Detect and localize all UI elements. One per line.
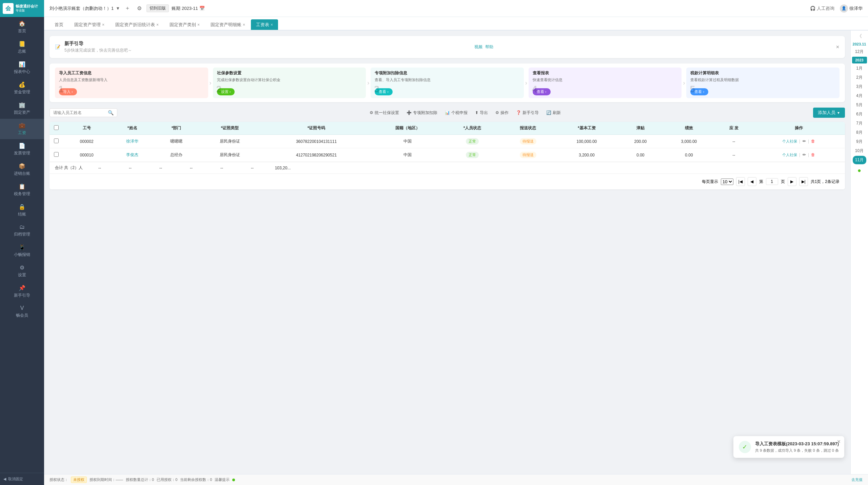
page-input[interactable] (766, 178, 778, 185)
sidebar-item-总账[interactable]: 📒 总账 (0, 37, 44, 58)
tab-首页[interactable]: 首页 (50, 19, 68, 30)
col-emp_id: 工号 (63, 122, 110, 135)
salary-table: 工号*姓名*部门*证照类型*证照号码国籍（地区）*人员状态报送状态*基本工资津贴… (50, 122, 845, 162)
toast-close-button[interactable]: ✕ (837, 439, 841, 444)
op-label[interactable]: 个人社保 (782, 139, 797, 143)
settings-button[interactable]: ⚙ (135, 4, 144, 12)
month-item-7月[interactable]: 7月 (853, 119, 866, 128)
id-type: 居民身份证 (198, 135, 261, 148)
month-item-2月[interactable]: 2月 (853, 73, 866, 82)
month-item-3月[interactable]: 3月 (853, 82, 866, 91)
emp-name[interactable]: 徐泽华 (110, 135, 154, 148)
toolbar-action-导出[interactable]: ⬆ 导出 (472, 108, 491, 117)
sidebar-item-工资[interactable]: 💼 工资 (0, 119, 44, 139)
nav-icon: 💼 (19, 122, 25, 129)
row-checkbox[interactable] (50, 135, 63, 148)
emp-id: 000002 (63, 135, 110, 148)
toolbar-action-专项附加扣除[interactable]: ➕ 专项附加扣除 (404, 108, 440, 117)
account-selector[interactable]: 刘小艳演示账套（勿删勿动！）1 ▼ (50, 5, 120, 12)
month-item-2023[interactable]: 2023 (852, 57, 867, 63)
toolbar-action-统一社保设置[interactable]: ⚙ 统一社保设置 (367, 108, 402, 117)
month-item-6月[interactable]: 6月 (853, 110, 866, 118)
panel-icon: ● (857, 167, 861, 174)
toolbar-action-刷新[interactable]: 🔄 刷新 (544, 108, 564, 117)
page-size-select[interactable]: 10 20 50 (721, 179, 733, 185)
tab-固定资产明细账[interactable]: 固定资产明细账× (205, 19, 250, 30)
sidebar-item-固定资产[interactable]: 🏢 固定资产 (0, 98, 44, 119)
sidebar-item-畅会员[interactable]: V 畅会员 (0, 302, 44, 322)
row-checkbox[interactable] (50, 148, 63, 162)
sidebar-item-归档管理[interactable]: 🗂 归档管理 (0, 221, 44, 241)
user-button[interactable]: 👤 徐泽华 (840, 4, 863, 13)
sidebar-bottom[interactable]: ◀ 取消固定 (0, 473, 44, 485)
tab-工资表[interactable]: 工资表× (251, 19, 278, 30)
help-link[interactable]: 帮助 (485, 44, 493, 50)
tab-close-button[interactable]: × (243, 22, 245, 27)
month-item-1月[interactable]: 1月 (853, 64, 866, 73)
first-page-button[interactable]: |◀ (736, 177, 745, 186)
month-item-10月[interactable]: 10月 (853, 147, 866, 155)
edit-icon[interactable]: ✏ (803, 152, 806, 157)
add-person-button[interactable]: 添加人员 ▼ (813, 108, 845, 118)
add-account-button[interactable]: ＋ (123, 4, 132, 13)
allowance: 0.00 (618, 148, 663, 162)
charge-link[interactable]: 去充值 (851, 477, 863, 482)
month-item-9月[interactable]: 9月 (853, 137, 866, 146)
toolbar-action-新手引导[interactable]: ❓ 新手引导 (513, 108, 541, 117)
select-all-checkbox[interactable] (54, 125, 59, 130)
month-item-4月[interactable]: 4月 (853, 92, 866, 100)
op-label[interactable]: 个人社保 (782, 153, 797, 157)
next-page-button[interactable]: ▶ (788, 177, 796, 186)
search-input[interactable] (53, 110, 106, 115)
delete-icon[interactable]: 🗑 (811, 152, 815, 157)
toolbar-action-操作[interactable]: ⚙ 操作 (493, 108, 511, 117)
month-item-5月[interactable]: 5月 (853, 101, 866, 109)
sidebar-item-资金管理[interactable]: 💰 资金管理 (0, 78, 44, 98)
sidebar-item-报表中心[interactable]: 📊 报表中心 (0, 58, 44, 78)
video-link[interactable]: 视频 (474, 44, 482, 50)
wizard-subtitle: 5步快速完成设置，快去完善信息吧～ (64, 48, 132, 53)
col-nationality: 国籍（地区） (372, 122, 444, 135)
step-desc: 完成社保参数设置自动计算社保公积金 (217, 77, 280, 86)
tab-固定资产类别[interactable]: 固定资产类别× (164, 19, 205, 30)
period-selector[interactable]: 账期 2023-11 📅 (172, 5, 205, 12)
month-item-8月[interactable]: 8月 (853, 128, 866, 137)
tab-close-button[interactable]: × (102, 22, 104, 27)
tab-close-button[interactable]: × (271, 22, 273, 27)
service-button[interactable]: 🎧 人工咨询 (810, 5, 834, 12)
tab-close-button[interactable]: × (156, 22, 159, 27)
sidebar-item-新手引导[interactable]: 📌 新手引导 (0, 281, 44, 302)
nav-icon: 📊 (19, 61, 25, 68)
action-label: 操作 (500, 110, 509, 116)
panel-expand-button[interactable]: 《 (856, 32, 863, 41)
step-title: 查看报表 (533, 70, 549, 76)
auth-remain: 当前剩余授权数：0 (180, 477, 212, 482)
wizard-close-button[interactable]: ✕ (836, 44, 840, 50)
prev-page-button[interactable]: ◀ (748, 177, 756, 186)
sidebar-item-首页[interactable]: 🏠 首页 (0, 17, 44, 37)
app-logo: 会 畅捷通好会计 专业版 (0, 0, 44, 17)
tab-固定资产折旧统计表[interactable]: 固定资产折旧统计表× (110, 19, 164, 30)
sidebar-item-税务管理[interactable]: 📋 税务管理 (0, 180, 44, 200)
sidebar-item-设置[interactable]: ⚙ 设置 (0, 261, 44, 281)
nav-icon: 💰 (19, 81, 25, 88)
version-tag[interactable]: 切到旧版 (146, 4, 169, 12)
sidebar-item-小畅报销[interactable]: 📱 小畅报销 (0, 241, 44, 261)
month-item-11月[interactable]: 11月 (853, 156, 866, 164)
sidebar-item-结账[interactable]: 🔒 结账 (0, 200, 44, 221)
sidebar-item-进销台账[interactable]: 📦 进销台账 (0, 160, 44, 180)
edit-icon[interactable]: ✏ (803, 139, 806, 144)
tabbar: 首页固定资产管理×固定资产折旧统计表×固定资产类别×固定资产明细账×工资表× (44, 17, 868, 31)
nav-label: 小畅报销 (14, 252, 30, 258)
nav-icon: 🔒 (19, 204, 25, 210)
emp-name[interactable]: 李俊杰 (110, 148, 154, 162)
delete-icon[interactable]: 🗑 (811, 139, 815, 144)
tab-固定资产管理[interactable]: 固定资产管理× (69, 19, 110, 30)
last-page-button[interactable]: ▶| (799, 177, 808, 186)
month-item-12月[interactable]: 12月 (853, 48, 866, 56)
sidebar-item-发票管理[interactable]: 📄 发票管理 (0, 139, 44, 160)
toolbar-action-个税申报[interactable]: 📊 个税申报 (442, 108, 470, 117)
col-checkbox[interactable] (50, 122, 63, 135)
tab-close-button[interactable]: × (197, 22, 200, 27)
toast-desc: 共 9 条数据，成功导入 9 条，失败 0 条，跳过 0 条 (755, 448, 839, 453)
